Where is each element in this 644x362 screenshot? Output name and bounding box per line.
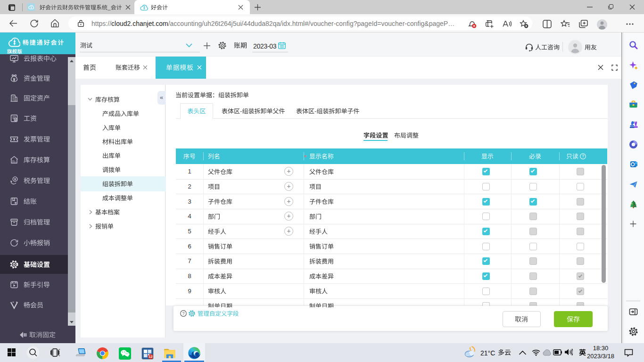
svg-text:?: ? (582, 154, 584, 158)
svg-text:12: 12 (149, 354, 152, 359)
svg-text:?: ? (182, 311, 184, 316)
